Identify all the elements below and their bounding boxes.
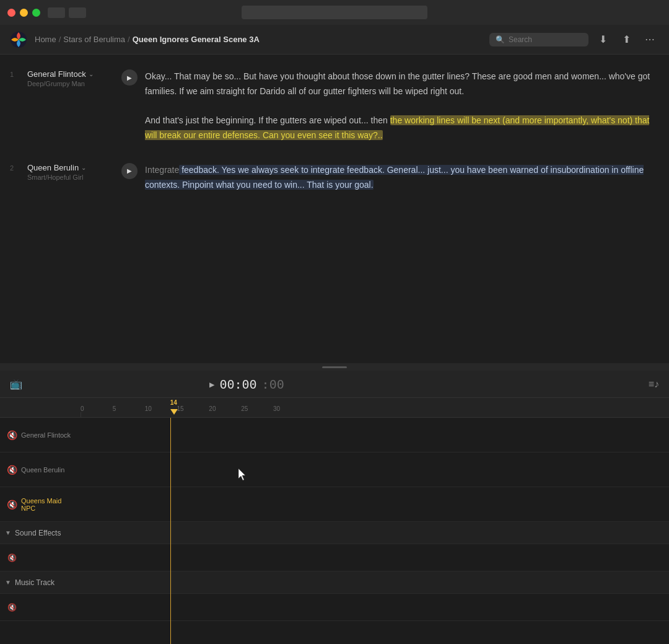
divider-handle[interactable] <box>0 363 669 371</box>
minimize-button[interactable] <box>20 9 28 17</box>
track-name-queen-berulin: Queen Berulin <box>19 466 74 474</box>
highlight-1: the working lines will be next (and more… <box>145 115 649 140</box>
breadcrumb-sep-1: / <box>59 35 61 44</box>
breadcrumb-project[interactable]: Stars of Berulima <box>63 35 125 44</box>
music-track-label: Music Track <box>15 578 55 587</box>
sound-effects-header: ▼ Sound Effects <box>0 522 669 544</box>
script-line-1: 1 General Flintock ⌄ Deep/Grumpy Man ▶ O… <box>0 64 669 148</box>
titlebar-search-bar <box>242 6 427 19</box>
track-mute-1[interactable]: 🔇 <box>0 430 19 440</box>
playhead-marker[interactable] <box>170 409 178 415</box>
chevron-icon: ⌄ <box>89 71 94 77</box>
share-icon[interactable]: ⬆ <box>617 30 636 49</box>
breadcrumb: Home / Stars of Berulima / Queen Ignores… <box>35 35 260 44</box>
chevron-icon-2: ⌄ <box>81 164 86 171</box>
monitor-icon: 📺 <box>10 378 22 390</box>
window-controls <box>48 7 86 18</box>
script-text-2: Integrate feedback. Yes we always seek t… <box>145 163 659 193</box>
fullscreen-button[interactable] <box>32 9 40 17</box>
track-name-queens-maid-npc: Queens Maid NPC <box>19 497 74 512</box>
character-name-1[interactable]: General Flintock ⌄ <box>27 69 114 79</box>
track-lane-general-flintock: 🔇 General Flintock <box>0 418 669 452</box>
more-options-icon[interactable]: ⋯ <box>641 30 659 49</box>
timeline-header: 📺 ▶ 00:00:00 ≡♪ <box>0 371 669 398</box>
music-track-header: ▼ Music Track <box>0 571 669 594</box>
music-track-chevron[interactable]: ▼ <box>5 579 11 586</box>
character-info-2: Queen Berulin ⌄ Smart/Hopeful Girl <box>27 163 114 181</box>
sound-effects-track: 🔇 <box>0 544 669 571</box>
window-btn-1[interactable] <box>48 7 65 18</box>
script-text-1: Okay... That may be so... But have you t… <box>145 69 659 143</box>
music-track-lane: 🔇 <box>0 594 669 621</box>
timecode-display: ▶ 00:00:00 <box>209 377 284 392</box>
search-input[interactable] <box>509 35 582 44</box>
header-actions: 🔍 ⬇ ⬆ ⋯ <box>489 30 659 49</box>
search-bar[interactable]: 🔍 <box>489 33 588 46</box>
play-line-1-button[interactable]: ▶ <box>121 69 138 86</box>
playlist-icon[interactable]: ≡♪ <box>649 379 659 390</box>
play-button[interactable]: ▶ <box>209 379 214 389</box>
character-info-1: General Flintock ⌄ Deep/Grumpy Man <box>27 69 114 87</box>
titlebar <box>0 0 669 25</box>
line-number-2: 2 <box>10 163 20 172</box>
traffic-lights <box>7 9 40 17</box>
app-icon <box>10 31 27 48</box>
sound-effects-mute[interactable]: 🔇 <box>0 554 19 562</box>
track-mute-2[interactable]: 🔇 <box>0 465 19 475</box>
character-desc-2: Smart/Hopeful Girl <box>27 174 114 181</box>
music-track-mute[interactable]: 🔇 <box>0 603 19 612</box>
script-area: 1 General Flintock ⌄ Deep/Grumpy Man ▶ O… <box>0 55 669 363</box>
highlight-2: feedback. Yes we always seek to integrat… <box>145 165 644 190</box>
close-button[interactable] <box>7 9 15 17</box>
download-icon[interactable]: ⬇ <box>593 30 612 49</box>
search-icon: 🔍 <box>496 35 505 44</box>
sound-effects-label: Sound Effects <box>15 529 61 537</box>
character-name-2[interactable]: Queen Berulin ⌄ <box>27 163 114 172</box>
header: Home / Stars of Berulima / Queen Ignores… <box>0 25 669 55</box>
timeline-ruler: 0 5 10 14 15 20 25 30 <box>0 398 669 418</box>
sound-effects-chevron[interactable]: ▼ <box>5 529 11 536</box>
track-name-general-flintock: General Flintock <box>19 431 74 439</box>
breadcrumb-sep-2: / <box>128 35 130 44</box>
line-number-1: 1 <box>10 69 20 78</box>
window-btn-2[interactable] <box>69 7 86 18</box>
breadcrumb-scene[interactable]: Queen Ignores General Scene 3A <box>133 35 260 44</box>
character-desc-1: Deep/Grumpy Man <box>27 80 114 87</box>
divider-bar <box>322 366 347 368</box>
script-line-2: 2 Queen Berulin ⌄ Smart/Hopeful Girl ▶ I… <box>0 158 669 198</box>
track-mute-3[interactable]: 🔇 <box>0 500 19 509</box>
breadcrumb-home[interactable]: Home <box>35 35 56 44</box>
track-lane-queen-berulin: 🔇 Queen Berulin + <box>0 452 669 487</box>
timecode-value: 00:00 <box>219 377 256 392</box>
timeline-section: 📺 ▶ 00:00:00 ≡♪ 0 5 10 14 15 20 25 30 <box>0 371 669 644</box>
timecode-sub: :00 <box>262 377 284 392</box>
track-lane-queens-maid-npc: 🔇 Queens Maid NPC <box>0 487 669 522</box>
track-lanes: 🔇 General Flintock 🔇 Queen Berulin + <box>0 418 669 644</box>
play-line-2-button[interactable]: ▶ <box>121 163 138 179</box>
